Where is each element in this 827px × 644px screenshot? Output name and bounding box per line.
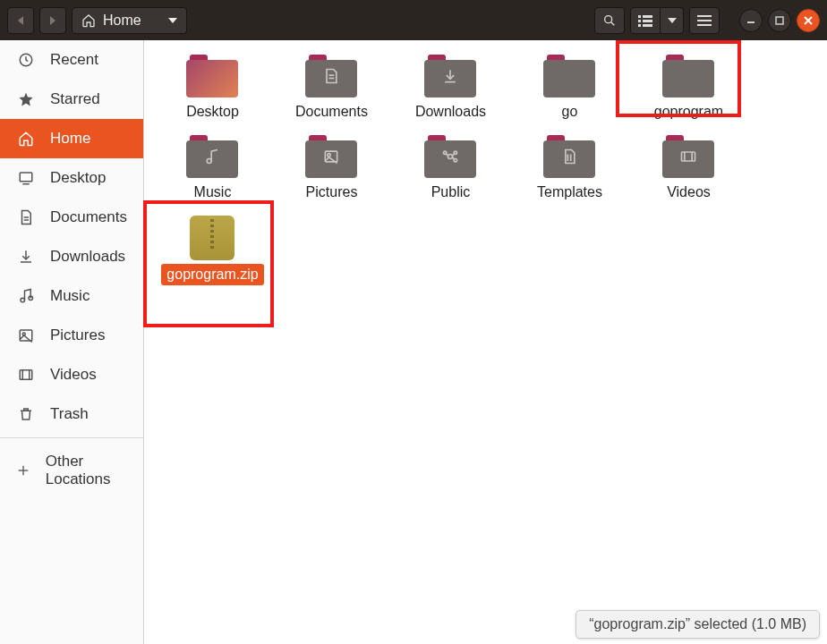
- item-label: Music: [189, 182, 237, 203]
- svg-line-39: [453, 157, 456, 160]
- svg-rect-3: [643, 15, 652, 18]
- sidebar-item-label: Starred: [50, 90, 100, 108]
- folder-templates[interactable]: Templates: [510, 130, 629, 210]
- file-goprogram-zip[interactable]: goprogram.zip: [153, 210, 272, 292]
- sidebar-item-starred[interactable]: Starred: [0, 80, 143, 119]
- folder-pictures[interactable]: Pictures: [272, 130, 391, 210]
- svg-rect-22: [20, 330, 32, 341]
- svg-rect-2: [638, 15, 641, 18]
- folder-downloads[interactable]: Downloads: [391, 49, 510, 130]
- maximize-button[interactable]: [768, 9, 791, 32]
- folder-videos[interactable]: Videos: [629, 130, 748, 210]
- sidebar-item-pictures[interactable]: Pictures: [0, 316, 143, 355]
- minimize-button[interactable]: [739, 9, 763, 32]
- sidebar-item-recent[interactable]: Recent: [0, 40, 143, 80]
- videos-icon: [16, 367, 36, 383]
- close-button[interactable]: [797, 9, 820, 32]
- svg-rect-5: [643, 20, 652, 22]
- sidebar-item-label: Desktop: [50, 169, 106, 187]
- svg-line-37: [446, 154, 448, 157]
- svg-rect-24: [20, 370, 32, 380]
- trash-icon: [16, 406, 36, 422]
- item-label: Desktop: [181, 101, 244, 123]
- hamburger-menu-button[interactable]: [689, 7, 720, 34]
- svg-rect-16: [20, 173, 32, 182]
- svg-point-33: [448, 155, 453, 159]
- folder-goprogram[interactable]: goprogram: [629, 49, 748, 130]
- folder-desktop[interactable]: Desktop: [153, 49, 272, 130]
- sidebar-item-label: Recent: [50, 51, 98, 69]
- sidebar-item-other-locations[interactable]: Other Locations: [0, 442, 143, 499]
- home-icon: [81, 13, 96, 28]
- svg-rect-4: [638, 20, 641, 22]
- sidebar-item-label: Pictures: [50, 326, 105, 344]
- svg-rect-8: [697, 15, 712, 17]
- svg-rect-7: [643, 24, 652, 27]
- file-grid: Desktop Documents Downloads go g: [153, 49, 818, 292]
- path-bar[interactable]: Home: [72, 7, 187, 34]
- item-label: Public: [426, 182, 476, 203]
- sidebar-item-documents[interactable]: Documents: [0, 198, 143, 237]
- svg-line-38: [453, 154, 456, 157]
- music-icon: [16, 288, 36, 304]
- folder-icon: [186, 55, 238, 97]
- forward-button[interactable]: [39, 7, 66, 34]
- svg-rect-42: [682, 152, 695, 161]
- sidebar-item-label: Downloads: [50, 248, 125, 266]
- folder-documents[interactable]: Documents: [272, 49, 391, 130]
- svg-rect-12: [776, 17, 783, 24]
- star-icon: [16, 91, 36, 107]
- sidebar-item-downloads[interactable]: Downloads: [0, 237, 143, 276]
- home-icon: [16, 131, 36, 147]
- sidebar-item-label: Videos: [50, 366, 97, 384]
- list-view-button[interactable]: [630, 7, 661, 34]
- back-button[interactable]: [7, 7, 34, 34]
- file-view[interactable]: Desktop Documents Downloads go g: [144, 40, 827, 644]
- item-label: Downloads: [410, 101, 491, 123]
- pictures-icon: [16, 327, 36, 343]
- item-label: goprogram: [649, 101, 729, 123]
- svg-line-1: [611, 21, 615, 25]
- svg-point-32: [328, 154, 330, 157]
- item-label: go: [557, 101, 584, 123]
- folder-icon: [424, 135, 476, 178]
- sidebar-item-videos[interactable]: Videos: [0, 355, 143, 394]
- clock-icon: [16, 52, 36, 68]
- folder-icon: [186, 135, 238, 178]
- folder-icon: [305, 135, 357, 178]
- sidebar-item-desktop[interactable]: Desktop: [0, 158, 143, 198]
- sidebar-item-label: Home: [50, 130, 90, 148]
- svg-rect-9: [697, 20, 712, 21]
- archive-icon: [190, 216, 234, 260]
- plus-icon: [16, 463, 31, 478]
- sidebar-separator: [0, 437, 143, 438]
- svg-point-0: [605, 15, 612, 22]
- sidebar-item-home[interactable]: Home: [0, 119, 143, 158]
- sidebar-item-label: Documents: [50, 208, 127, 226]
- download-icon: [16, 249, 36, 265]
- view-dropdown-button[interactable]: [661, 7, 684, 34]
- desktop-icon: [16, 170, 36, 186]
- folder-icon: [543, 135, 595, 178]
- item-label: Pictures: [301, 182, 363, 203]
- sidebar-item-music[interactable]: Music: [0, 276, 143, 316]
- folder-icon: [424, 55, 476, 97]
- titlebar: Home: [0, 0, 827, 40]
- sidebar-item-trash[interactable]: Trash: [0, 394, 143, 434]
- folder-public[interactable]: Public: [391, 130, 510, 210]
- sidebar-item-label: Other Locations: [46, 453, 127, 488]
- view-mode-group: [630, 7, 684, 34]
- sidebar: Recent Starred Home Desktop Documents Do…: [0, 40, 144, 644]
- status-bar: “goprogram.zip” selected (1.0 MB): [575, 610, 820, 639]
- status-text: “goprogram.zip” selected (1.0 MB): [589, 616, 806, 631]
- item-label: Documents: [290, 101, 373, 123]
- folder-icon: [662, 135, 714, 178]
- folder-icon: [662, 55, 714, 97]
- folder-music[interactable]: Music: [153, 130, 272, 210]
- item-label: Templates: [532, 182, 608, 203]
- folder-go[interactable]: go: [510, 49, 629, 130]
- svg-rect-10: [697, 24, 712, 26]
- folder-icon: [305, 55, 357, 97]
- search-button[interactable]: [594, 7, 625, 34]
- main-area: Recent Starred Home Desktop Documents Do…: [0, 40, 827, 644]
